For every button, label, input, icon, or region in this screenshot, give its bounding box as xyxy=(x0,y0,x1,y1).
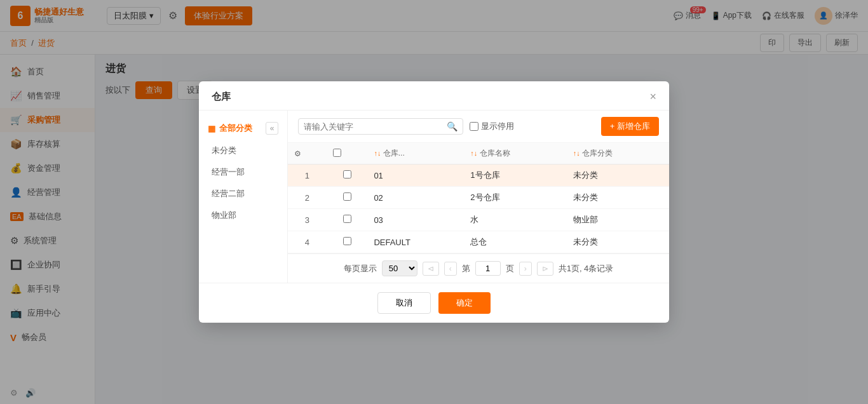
sort-icon-name: ↑↓ xyxy=(470,149,477,157)
modal-header: 仓库 × xyxy=(199,81,669,111)
warehouse-table-wrap: ⚙ ↑↓ 仓库... ↑↓ 仓库名称 ↑↓ 仓库分类 1 01 1号仓库 xyxy=(288,143,669,253)
page-label: 第 xyxy=(462,263,470,274)
col-name: ↑↓ 仓库名称 xyxy=(464,143,566,165)
search-box: 🔍 xyxy=(298,118,463,135)
row-index: 3 xyxy=(288,209,327,231)
row-checkbox-cell xyxy=(327,209,368,231)
row-checkbox[interactable] xyxy=(343,170,351,178)
row-code: 01 xyxy=(367,165,464,187)
row-checkbox[interactable] xyxy=(343,237,351,245)
show-disabled-checkbox[interactable] xyxy=(470,122,478,131)
table-row[interactable]: 2 02 2号仓库 未分类 xyxy=(288,187,669,209)
modal-body: ▦ 全部分类 « 未分类 经营一部 经营二部 物业部 🔍 显示停用 + 新增仓库 xyxy=(199,111,669,283)
row-code: 03 xyxy=(367,209,464,231)
sort-icon-category: ↑↓ xyxy=(573,149,580,157)
row-code: DEFAULT xyxy=(367,231,464,253)
collapse-sidebar-btn[interactable]: « xyxy=(266,122,278,135)
row-checkbox-cell xyxy=(327,165,368,187)
modal-category-sidebar: ▦ 全部分类 « 未分类 经营一部 经营二部 物业部 xyxy=(199,111,288,283)
row-checkbox-cell xyxy=(327,231,368,253)
show-disabled-text: 显示停用 xyxy=(481,121,514,132)
per-page-select[interactable]: 50 20 100 xyxy=(382,260,417,276)
pagination-bar: 每页显示 50 20 100 ⊲ ‹ 第 页 › ⊳ 共1页, 4条记录 xyxy=(288,253,669,283)
row-category: 未分类 xyxy=(567,165,669,187)
all-category-label: 全部分类 xyxy=(219,123,252,134)
table-row[interactable]: 4 DEFAULT 总仓 未分类 xyxy=(288,231,669,253)
first-page-btn[interactable]: ⊲ xyxy=(423,262,439,276)
row-checkbox[interactable] xyxy=(343,192,351,201)
col-category: ↑↓ 仓库分类 xyxy=(567,143,669,165)
modal-main-area: 🔍 显示停用 + 新增仓库 ⚙ ↑↓ 仓库... ↑↓ 仓库名称 xyxy=(288,111,669,283)
row-name: 2号仓库 xyxy=(464,187,566,209)
prev-page-btn[interactable]: ‹ xyxy=(444,262,457,276)
warehouse-modal: 仓库 × ▦ 全部分类 « 未分类 经营一部 经营二部 物业部 🔍 xyxy=(199,81,669,323)
last-page-btn[interactable]: ⊳ xyxy=(537,262,553,276)
settings-col-icon[interactable]: ⚙ xyxy=(294,149,301,158)
per-page-label: 每页显示 xyxy=(344,263,377,274)
row-index: 2 xyxy=(288,187,327,209)
category-item-property[interactable]: 物业部 xyxy=(199,205,287,226)
modal-title: 仓库 xyxy=(212,91,231,103)
row-name: 水 xyxy=(464,209,566,231)
category-item-dept2[interactable]: 经营二部 xyxy=(199,183,287,205)
modal-toolbar: 🔍 显示停用 + 新增仓库 xyxy=(288,111,669,143)
table-row[interactable]: 1 01 1号仓库 未分类 xyxy=(288,165,669,187)
confirm-btn[interactable]: 确定 xyxy=(438,292,491,314)
modal-actions: 取消 确定 xyxy=(199,283,669,323)
page-input[interactable] xyxy=(475,261,501,276)
row-index: 4 xyxy=(288,231,327,253)
search-icon[interactable]: 🔍 xyxy=(447,121,458,131)
sort-icon-code: ↑↓ xyxy=(374,149,381,157)
warehouse-table: ⚙ ↑↓ 仓库... ↑↓ 仓库名称 ↑↓ 仓库分类 1 01 1号仓库 xyxy=(288,143,669,253)
row-category: 物业部 xyxy=(567,209,669,231)
grid-icon: ▦ xyxy=(208,124,215,133)
all-category-item[interactable]: ▦ 全部分类 « xyxy=(199,117,287,140)
add-warehouse-btn[interactable]: + 新增仓库 xyxy=(601,117,659,136)
row-category: 未分类 xyxy=(567,187,669,209)
search-input[interactable] xyxy=(304,122,447,131)
row-name: 总仓 xyxy=(464,231,566,253)
table-row[interactable]: 3 03 水 物业部 xyxy=(288,209,669,231)
next-page-btn[interactable]: › xyxy=(519,262,532,276)
page-unit: 页 xyxy=(506,263,514,274)
row-checkbox-cell xyxy=(327,187,368,209)
total-info: 共1页, 4条记录 xyxy=(559,263,614,274)
show-disabled-label[interactable]: 显示停用 xyxy=(470,121,514,132)
col-settings: ⚙ xyxy=(288,143,327,165)
row-code: 02 xyxy=(367,187,464,209)
row-name: 1号仓库 xyxy=(464,165,566,187)
cancel-btn[interactable]: 取消 xyxy=(377,292,431,314)
row-category: 未分类 xyxy=(567,231,669,253)
row-checkbox[interactable] xyxy=(343,215,351,223)
modal-close-btn[interactable]: × xyxy=(649,90,656,104)
col-select xyxy=(327,143,368,165)
select-all-checkbox[interactable] xyxy=(333,149,341,157)
row-index: 1 xyxy=(288,165,327,187)
category-item-unclassified[interactable]: 未分类 xyxy=(199,140,287,161)
category-item-dept1[interactable]: 经营一部 xyxy=(199,161,287,183)
col-code: ↑↓ 仓库... xyxy=(367,143,464,165)
